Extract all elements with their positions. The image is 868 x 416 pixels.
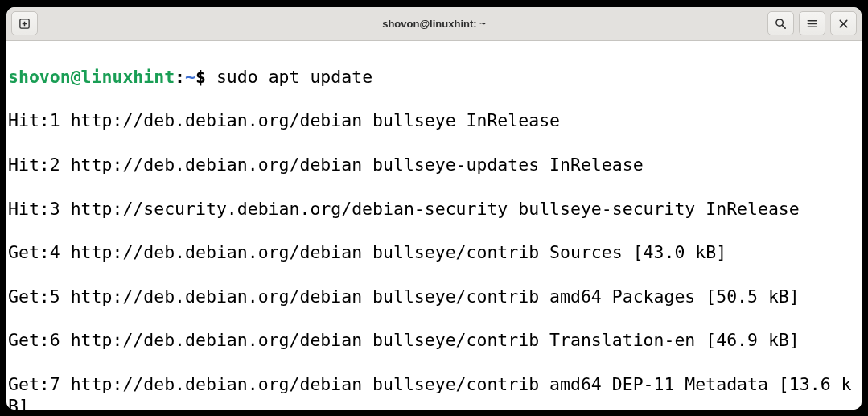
window-title: shovon@linuxhint: ~ xyxy=(382,18,486,30)
close-button[interactable] xyxy=(830,11,857,35)
search-button[interactable] xyxy=(767,11,794,35)
menu-button[interactable] xyxy=(799,11,825,35)
output-line: Hit:3 http://security.debian.org/debian-… xyxy=(8,198,862,220)
output-line: Get:5 http://deb.debian.org/debian bulls… xyxy=(8,286,862,307)
hamburger-icon xyxy=(806,18,818,30)
output-line: Get:4 http://deb.debian.org/debian bulls… xyxy=(8,241,862,263)
close-icon xyxy=(837,18,849,30)
new-tab-icon xyxy=(19,18,31,30)
prompt-dollar: $ xyxy=(195,67,206,87)
terminal-window: shovon@linuxhint: ~ xyxy=(6,7,862,410)
output-line: Get:6 http://deb.debian.org/debian bulls… xyxy=(8,329,862,351)
prompt-userhost: shovon@linuxhint xyxy=(8,67,175,87)
svg-line-4 xyxy=(782,25,785,28)
output-line: Hit:1 http://deb.debian.org/debian bulls… xyxy=(8,109,862,131)
new-tab-button[interactable] xyxy=(11,11,38,35)
output-line: Hit:2 http://deb.debian.org/debian bulls… xyxy=(8,154,862,175)
command-text: sudo apt update xyxy=(216,67,372,87)
output-line: Get:7 http://deb.debian.org/debian bulls… xyxy=(8,373,862,410)
prompt-line-1: shovon@linuxhint:~$ sudo apt update xyxy=(8,66,862,88)
titlebar: shovon@linuxhint: ~ xyxy=(6,7,862,41)
terminal-body[interactable]: shovon@linuxhint:~$ sudo apt update Hit:… xyxy=(6,41,862,410)
search-icon xyxy=(775,18,787,30)
prompt-path: ~ xyxy=(185,67,195,87)
prompt-colon: : xyxy=(175,67,185,87)
